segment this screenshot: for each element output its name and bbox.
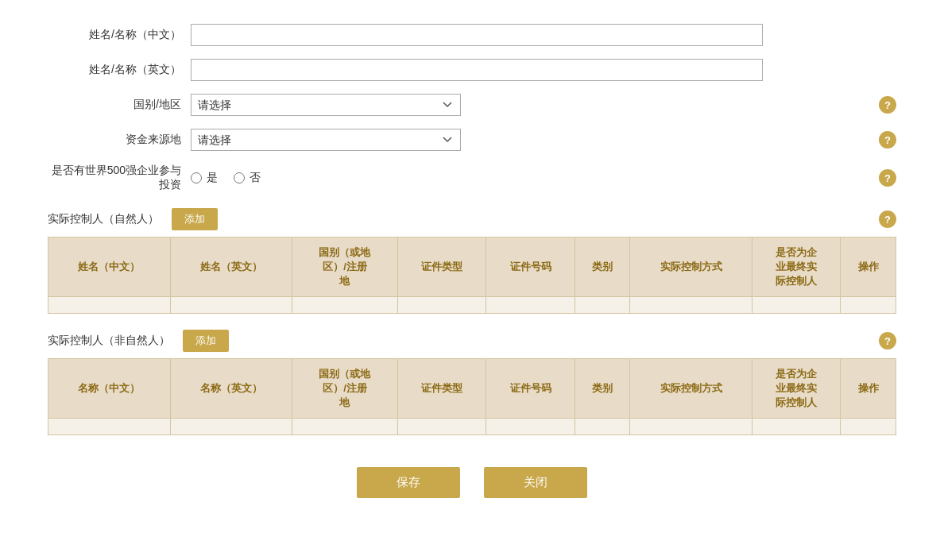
section2-col-cert-type: 证件类型 (397, 359, 486, 419)
section2-col-action: 操作 (841, 359, 896, 419)
fortune500-radio-group: 是 否 (191, 171, 261, 185)
section2-table-container: 名称（中文） 名称（英文） 国别（或地区）/注册地 证件类型 证件号码 类别 实… (48, 358, 896, 435)
section2-left: 实际控制人（非自然人） 添加 (48, 330, 229, 352)
section2-table: 名称（中文） 名称（英文） 国别（或地区）/注册地 证件类型 证件号码 类别 实… (48, 358, 896, 435)
fortune500-row: 是否有世界500强企业参与投资 是 否 ? (48, 164, 896, 192)
section1-help-icon[interactable]: ? (879, 210, 896, 228)
section1-header: 实际控制人（自然人） 添加 ? (48, 208, 896, 230)
section2-add-button[interactable]: 添加 (183, 330, 229, 352)
section1-col-name-cn: 姓名（中文） (48, 238, 171, 297)
section2-col-cert-no: 证件号码 (486, 359, 575, 419)
fortune500-no-option[interactable]: 否 (234, 171, 261, 185)
section1-add-button[interactable]: 添加 (172, 208, 218, 230)
section1-col-country: 国别（或地区）/注册地 (292, 238, 398, 297)
name-en-input[interactable] (191, 59, 763, 81)
section1-col-cert-no: 证件号码 (486, 238, 575, 297)
section1-title: 实际控制人（自然人） (48, 212, 159, 226)
fund-source-row: 资金来源地 请选择 ? (48, 129, 896, 151)
section2-title: 实际控制人（非自然人） (48, 334, 170, 348)
name-en-row: 姓名/名称（英文） (48, 59, 896, 81)
fund-source-help-icon[interactable]: ? (879, 131, 896, 149)
fortune500-yes-label: 是 (207, 171, 218, 185)
save-button[interactable]: 保存 (357, 467, 460, 498)
section1-table: 姓名（中文） 姓名（英文） 国别（或地区）/注册地 证件类型 证件号码 类别 实… (48, 237, 896, 314)
section2-col-category: 类别 (575, 359, 630, 419)
fortune500-no-label: 否 (250, 171, 261, 185)
section2-col-country: 国别（或地区）/注册地 (292, 359, 398, 419)
section1-container: 实际控制人（自然人） 添加 ? 姓名（中文） 姓名（英文） 国别（或地区）/注册… (48, 208, 896, 314)
country-help-icon[interactable]: ? (879, 96, 896, 114)
section2-empty-row (48, 419, 896, 435)
fortune500-help-icon[interactable]: ? (879, 169, 896, 187)
section1-empty-row (48, 297, 896, 314)
name-en-label: 姓名/名称（英文） (48, 63, 191, 77)
fortune500-yes-radio[interactable] (191, 172, 202, 183)
section1-col-name-en: 姓名（英文） (170, 238, 292, 297)
country-row: 国别/地区 请选择 ? (48, 94, 896, 116)
section2-container: 实际控制人（非自然人） 添加 ? 名称（中文） 名称（英文） 国别（或地区）/注… (48, 330, 896, 435)
section1-col-action: 操作 (841, 238, 896, 297)
section1-col-ultimate-controller: 是否为企业最终实际控制人 (752, 238, 841, 297)
section2-col-name-cn: 名称（中文） (48, 359, 171, 419)
fortune500-yes-option[interactable]: 是 (191, 171, 218, 185)
section2-col-name-en: 名称（英文） (170, 359, 292, 419)
name-cn-label: 姓名/名称（中文） (48, 28, 191, 42)
fortune500-label: 是否有世界500强企业参与投资 (48, 164, 191, 192)
name-cn-input[interactable] (191, 24, 763, 46)
country-select[interactable]: 请选择 (191, 94, 461, 116)
section1-col-category: 类别 (575, 238, 630, 297)
country-label: 国别/地区 (48, 98, 191, 112)
fund-source-label: 资金来源地 (48, 133, 191, 147)
section2-col-control-method: 实际控制方式 (630, 359, 752, 419)
section1-left: 实际控制人（自然人） 添加 (48, 208, 218, 230)
section1-table-container: 姓名（中文） 姓名（英文） 国别（或地区）/注册地 证件类型 证件号码 类别 实… (48, 237, 896, 314)
fund-source-select[interactable]: 请选择 (191, 129, 461, 151)
section2-help-icon[interactable]: ? (879, 332, 896, 350)
section2-header: 实际控制人（非自然人） 添加 ? (48, 330, 896, 352)
section1-col-control-method: 实际控制方式 (630, 238, 752, 297)
fortune500-no-radio[interactable] (234, 172, 245, 183)
name-cn-row: 姓名/名称（中文） (48, 24, 896, 46)
section2-table-header-row: 名称（中文） 名称（英文） 国别（或地区）/注册地 证件类型 证件号码 类别 实… (48, 359, 896, 419)
section1-table-header-row: 姓名（中文） 姓名（英文） 国别（或地区）/注册地 证件类型 证件号码 类别 实… (48, 238, 896, 297)
section2-col-ultimate-controller: 是否为企业最终实际控制人 (752, 359, 841, 419)
close-button[interactable]: 关闭 (484, 467, 587, 498)
section1-col-cert-type: 证件类型 (397, 238, 486, 297)
footer-buttons: 保存 关闭 (48, 467, 896, 498)
